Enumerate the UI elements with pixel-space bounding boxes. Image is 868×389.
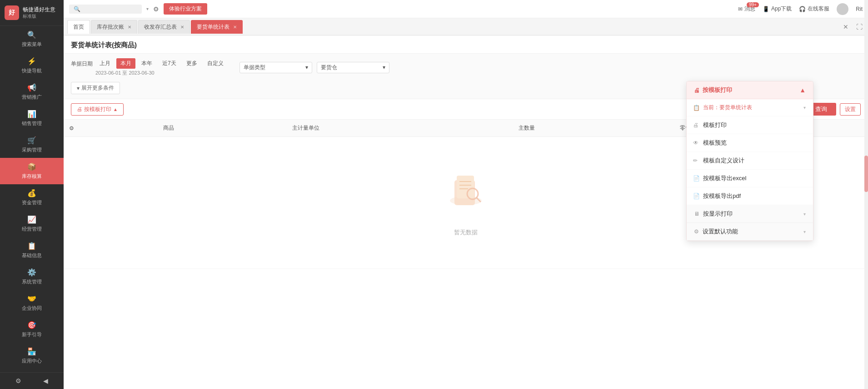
print-item-template-export-excel[interactable]: 📄按模板导出excel bbox=[687, 170, 813, 187]
sidebar-item-shortcut[interactable]: ⚡快捷导航 bbox=[0, 52, 64, 79]
user-avatar[interactable] bbox=[837, 3, 848, 15]
sidebar-item-appstore[interactable]: 🏪应用中心 bbox=[0, 343, 64, 369]
warehouse-select[interactable]: 要货仓 ▾ bbox=[317, 62, 389, 73]
date-buttons: 上月本月本年近7天更多自定义 bbox=[95, 58, 228, 69]
tab-home[interactable]: 首页 bbox=[67, 20, 90, 34]
print-section-display-print[interactable]: 🖥按显示打印▾ bbox=[687, 205, 813, 223]
industry-button[interactable]: 体验行业方案 bbox=[164, 3, 207, 15]
print-dropdown-title-text: 按模板打印 bbox=[703, 86, 732, 94]
current-label: 当前：要货单统计表 bbox=[703, 104, 752, 111]
tab-label-receipt-summary: 收发存汇总表 bbox=[144, 23, 177, 31]
tab-order-stats[interactable]: 要货单统计表✕ bbox=[191, 20, 243, 34]
brand-name: 畅捷通好生意 bbox=[23, 6, 55, 14]
gear-col-icon[interactable]: ⚙ bbox=[69, 125, 74, 131]
sidebar-icon-appstore: 🏪 bbox=[27, 347, 36, 356]
sidebar-item-inventory[interactable]: 📦库存核算 bbox=[0, 158, 64, 184]
date-btn-本月[interactable]: 本月 bbox=[116, 58, 135, 69]
print-item-template-preview[interactable]: 👁模板预览 bbox=[687, 134, 813, 152]
sidebar-item-finance[interactable]: 💰资金管理 bbox=[0, 184, 64, 211]
audio-icon[interactable]: ◀ bbox=[43, 377, 48, 384]
sidebar-label-collab: 企业协同 bbox=[22, 305, 42, 312]
app-download-button[interactable]: 📱 App下载 bbox=[763, 5, 792, 13]
sidebar-item-basic[interactable]: 📋基础信息 bbox=[0, 237, 64, 263]
print-section-default-func[interactable]: ⚙设置默认功能▾ bbox=[687, 223, 813, 241]
item-label-template-export-excel: 按模板导出excel bbox=[703, 174, 746, 182]
date-controls: 上月本月本年近7天更多自定义 2023-06-01 至 2023-06-30 bbox=[95, 58, 228, 76]
topbar: 🔍 ▾ ⚙ 体验行业方案 ✉ 消息 99+ 📱 App下载 🎧 在线客服 Rit bbox=[64, 0, 868, 18]
section-arrow-display-print: ▾ bbox=[803, 212, 806, 217]
sidebar-icon-basic: 📋 bbox=[27, 242, 36, 250]
messages-button[interactable]: ✉ 消息 99+ bbox=[738, 5, 755, 13]
filter-row-1: 单据日期 上月本月本年近7天更多自定义 2023-06-01 至 2023-06… bbox=[71, 58, 861, 76]
print-dropdown-title: 🖨 按模板打印 bbox=[694, 86, 732, 94]
tab-controls: ✕ ⛶ bbox=[841, 22, 864, 32]
sidebar-bottom: ⚙ ◀ bbox=[0, 372, 64, 389]
username-label: Rit bbox=[856, 6, 863, 12]
date-btn-自定义[interactable]: 自定义 bbox=[203, 58, 228, 69]
sidebar-item-operation[interactable]: 📈经营管理 bbox=[0, 211, 64, 237]
settings-button[interactable]: 设置 bbox=[840, 103, 861, 116]
warehouse-label: 要货仓 bbox=[321, 64, 337, 71]
expand-button[interactable]: ▾ 展开更多条件 bbox=[71, 82, 120, 94]
sidebar-label-search: 搜索菜单 bbox=[22, 41, 42, 48]
date-btn-上月[interactable]: 上月 bbox=[95, 58, 115, 69]
right-scrollbar[interactable] bbox=[864, 0, 868, 389]
section-icon-default-func: ⚙ bbox=[694, 228, 699, 235]
print-item-template-export-pdf[interactable]: 📄按模板导出pdf bbox=[687, 187, 813, 205]
sidebar-item-wechat[interactable]: 💬企业微信 bbox=[0, 369, 64, 372]
type-select[interactable]: 单据类型 ▾ bbox=[239, 62, 312, 73]
col-header-3: 主数量 bbox=[513, 120, 674, 137]
messages-badge: 99+ bbox=[747, 2, 759, 7]
empty-text: 暂无数据 bbox=[454, 228, 478, 237]
sidebar-nav: 🔍搜索菜单⚡快捷导航📢营销推广📊销售管理🛒采购管理📦库存核算💰资金管理📈经营管理… bbox=[0, 26, 64, 372]
tab-receipt-summary[interactable]: 收发存汇总表✕ bbox=[138, 20, 190, 34]
sidebar-item-guide[interactable]: 🎯新手引导 bbox=[0, 316, 64, 343]
empty-illustration bbox=[443, 169, 489, 214]
close-tab-order-stats[interactable]: ✕ bbox=[233, 25, 237, 30]
item-icon-template-preview: 👁 bbox=[693, 140, 698, 146]
page-header: 要货单统计表(按商品) bbox=[64, 35, 868, 54]
print-item-template-design[interactable]: ✏模板自定义设计 bbox=[687, 152, 813, 170]
item-label-template-print: 模板打印 bbox=[703, 121, 727, 129]
date-range-text: 2023-06-01 至 2023-06-30 bbox=[95, 70, 228, 76]
maximize-tab-button[interactable]: ⛶ bbox=[854, 22, 864, 32]
sidebar-icon-finance: 💰 bbox=[27, 189, 36, 197]
date-btn-近7天[interactable]: 近7天 bbox=[158, 58, 180, 69]
print-dropdown-close[interactable]: ▲ bbox=[799, 86, 806, 94]
sidebar-item-marketing[interactable]: 📢营销推广 bbox=[0, 79, 64, 105]
print-btn-container: 🖨 按模板打印 ▲ bbox=[71, 103, 124, 116]
settings-icon[interactable]: ⚙ bbox=[15, 377, 21, 384]
close-tab-receipt-summary[interactable]: ✕ bbox=[180, 25, 184, 30]
date-btn-更多[interactable]: 更多 bbox=[182, 58, 201, 69]
topbar-search[interactable]: 🔍 bbox=[69, 5, 142, 14]
sidebar-label-sales: 销售管理 bbox=[22, 120, 42, 127]
tab-inventory-batch[interactable]: 库存批次账✕ bbox=[91, 20, 137, 34]
topbar-gear-icon[interactable]: ⚙ bbox=[153, 5, 159, 13]
sidebar-item-search[interactable]: 🔍搜索菜单 bbox=[0, 26, 64, 52]
expand-icon: ▾ bbox=[77, 85, 80, 91]
content-area: 要货单统计表(按商品) 单据日期 上月本月本年近7天更多自定义 2023-06-… bbox=[64, 35, 868, 389]
sidebar-item-system[interactable]: ⚙️系统管理 bbox=[0, 263, 64, 290]
current-template-item[interactable]: 📋 当前：要货单统计表 ▾ bbox=[687, 99, 813, 116]
print-item-template-print[interactable]: 🖨模板打印 bbox=[687, 116, 813, 134]
svg-rect-2 bbox=[457, 176, 474, 198]
sidebar-icon-shortcut: ⚡ bbox=[27, 57, 36, 66]
sidebar-item-collab[interactable]: 🤝企业协同 bbox=[0, 290, 64, 316]
empty-icon bbox=[443, 169, 489, 223]
close-tab-button[interactable]: ✕ bbox=[841, 22, 851, 32]
page-title: 要货单统计表(按商品) bbox=[71, 41, 861, 50]
sidebar-item-sales[interactable]: 📊销售管理 bbox=[0, 105, 64, 131]
date-filter-group: 单据日期 上月本月本年近7天更多自定义 2023-06-01 至 2023-06… bbox=[71, 58, 228, 76]
service-icon: 🎧 bbox=[799, 6, 806, 12]
date-btn-本年[interactable]: 本年 bbox=[137, 58, 156, 69]
sidebar-logo: 好 畅捷通好生意 标准版 bbox=[0, 0, 64, 26]
close-tab-inventory-batch[interactable]: ✕ bbox=[128, 25, 131, 30]
print-button[interactable]: 🖨 按模板打印 ▲ bbox=[71, 103, 124, 116]
sidebar-icon-guide: 🎯 bbox=[27, 321, 36, 329]
tab-label-order-stats: 要货单统计表 bbox=[197, 23, 229, 31]
sidebar-icon-marketing: 📢 bbox=[27, 83, 36, 92]
topbar-dropdown-arrow[interactable]: ▾ bbox=[146, 6, 149, 11]
sidebar: 好 畅捷通好生意 标准版 🔍搜索菜单⚡快捷导航📢营销推广📊销售管理🛒采购管理📦库… bbox=[0, 0, 64, 389]
online-service-button[interactable]: 🎧 在线客服 bbox=[799, 5, 829, 13]
sidebar-item-purchase[interactable]: 🛒采购管理 bbox=[0, 131, 64, 158]
